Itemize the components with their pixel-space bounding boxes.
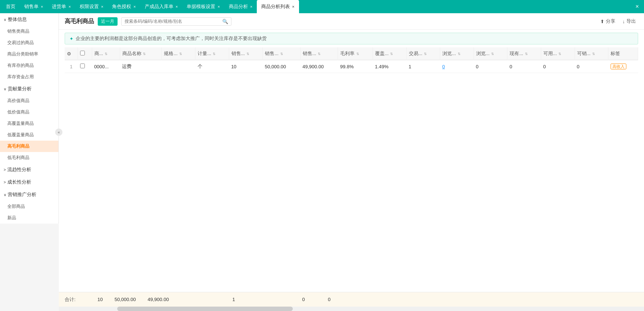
export-label: 导出 [626,18,636,25]
footer-label: 合计: [65,296,76,303]
cell-num: 1 [65,60,78,73]
footer-scrollbar[interactable] [59,307,644,311]
sidebar-section-label: 营销推广分析 [8,191,36,198]
col-header-tradeCount[interactable]: 交易... ⇅ [406,47,440,60]
main-layout: ∨整体信息销售类商品交易过的商品商品分类助销率有库存的商品库存资金占用∨贡献量分… [0,13,644,311]
col-header-saleStock[interactable]: 可销... ⇅ [575,47,608,60]
sort-icon-browse2: ⇅ [490,52,494,56]
sidebar-item-高毛利商品[interactable]: 高毛利商品 [0,141,58,152]
nav-close-icon[interactable]: × [217,4,220,9]
sidebar-wrapper: ∨整体信息销售类商品交易过的商品商品分类助销率有库存的商品库存资金占用∨贡献量分… [0,13,59,311]
sort-icon-grossRate: ⇅ [355,52,359,56]
sidebar-item-交易过的商品[interactable]: 交易过的商品 [0,37,58,48]
sort-icon-name: ⇅ [142,52,146,56]
page-title: 高毛利商品 [65,18,94,25]
cell-salesQty: 10 [229,60,263,73]
col-header-salesCost[interactable]: 销售... ⇅ [300,47,338,60]
col-header-unit[interactable]: 计量... ⇅ [195,47,229,60]
select-all-checkbox[interactable] [80,51,85,55]
nav-item-首页[interactable]: 首页 [1,0,20,13]
export-icon: ↓ [623,19,625,24]
nav-item-进货单[interactable]: 进货单× [47,0,75,13]
nav-item-产成品入库单[interactable]: 产成品入库单× [140,0,182,13]
browse-link[interactable]: 0 [442,64,445,69]
table-container[interactable]: ⚙商... ⇅商品名称 ⇅规格... ⇅计量... ⇅销售... ⇅销售... … [59,47,644,292]
sidebar-item-低毛利商品[interactable]: 低毛利商品 [0,152,58,163]
col-header-code[interactable]: 商... ⇅ [92,47,120,60]
cell-salesAmount: 50,000.00 [263,60,301,73]
cell-spec [162,60,195,73]
col-header-browse1[interactable]: 浏览... ⇅ [440,47,474,60]
sidebar-item-高价值商品[interactable]: 高价值商品 [0,95,58,106]
col-header-salesQty[interactable]: 销售... ⇅ [229,47,263,60]
col-header-currentStock[interactable]: 现有... ⇅ [507,47,541,60]
close-all-button[interactable]: × [632,3,643,10]
top-navigation: 首页销售单×进货单×权限设置×角色授权×产成品入库单×单据模板设置×商品分析×商… [0,0,644,13]
sidebar-collapse-button[interactable]: « [55,129,62,136]
content-header: 高毛利商品 近一月 🔍 ⬆ 分享 ↓ 导出 [59,13,644,30]
col-header-salesAmount[interactable]: 销售... ⇅ [263,47,301,60]
export-button[interactable]: ↓ 导出 [620,17,638,26]
sidebar-item-有库存的商品[interactable]: 有库存的商品 [0,60,58,71]
sidebar-item-销售类商品[interactable]: 销售类商品 [0,26,58,37]
col-header-availStock[interactable]: 可用... ⇅ [541,47,575,60]
sidebar-section-arrow: ∨ [4,193,6,197]
nav-close-icon[interactable]: × [292,4,294,9]
nav-item-角色授权[interactable]: 角色授权× [108,0,140,13]
nav-item-销售单[interactable]: 销售单× [20,0,47,13]
nav-close-icon[interactable]: × [133,4,136,9]
sort-icon-unit: ⇅ [212,52,216,56]
col-header-browse2[interactable]: 浏览... ⇅ [474,47,507,60]
nav-close-icon[interactable]: × [176,4,178,9]
share-button[interactable]: ⬆ 分享 [598,17,618,26]
cell-unit: 个 [195,60,229,73]
nav-item-商品分析[interactable]: 商品分析× [224,0,257,13]
sidebar-item-高覆盖量商品[interactable]: 高覆盖量商品 [0,118,58,129]
cell-currentStock: 0 [507,60,541,73]
filter-recent-month-button[interactable]: 近一月 [98,17,118,26]
nav-item-权限设置[interactable]: 权限设置× [75,0,108,13]
col-header-checkbox [78,47,92,60]
cell-availStock: 0 [541,60,575,73]
sidebar-section-营销推广分析[interactable]: ∨营销推广分析 [0,188,58,201]
sidebar-section-贡献量分析[interactable]: ∨贡献量分析 [0,83,58,95]
sidebar-section-label: 成长性分析 [7,179,31,185]
nav-item-单据模板设置[interactable]: 单据模板设置× [182,0,224,13]
search-icon[interactable]: 🔍 [222,19,228,24]
sort-icon-tradeCount: ⇅ [423,52,427,56]
nav-close-icon[interactable]: × [101,4,103,9]
col-header-grossRate[interactable]: 毛利率 ⇅ [338,47,373,60]
footer-cell: 10 [83,297,105,302]
col-header-coverage[interactable]: 覆盖... ⇅ [373,47,407,60]
sidebar-section-label: 整体信息 [8,16,27,23]
sort-icon-availStock: ⇅ [558,52,562,56]
nav-close-icon[interactable]: × [68,4,71,9]
search-input[interactable] [125,19,222,24]
nav-item-商品分析列表[interactable]: 商品分析列表× [257,0,299,13]
col-header-spec[interactable]: 规格... ⇅ [162,47,195,60]
sidebar-item-低价值商品[interactable]: 低价值商品 [0,106,58,118]
sidebar-item-库存资金占用[interactable]: 库存资金占用 [0,71,58,83]
cell-coverage: 1.49% [373,60,407,73]
sidebar-section-流趋性分析[interactable]: >流趋性分析 [0,163,58,176]
share-icon: ⬆ [600,19,604,24]
footer-cell [193,297,215,302]
sidebar-item-新品[interactable]: 新品 [0,212,58,224]
table-row: 10000...运费个1050,000.0049,900.0099.8%1.49… [65,60,638,73]
nav-close-icon[interactable]: × [250,4,252,9]
col-header-tag: 标签 [608,47,638,60]
sidebar-item-商品分类助销率[interactable]: 商品分类助销率 [0,48,58,60]
sidebar-section-整体信息[interactable]: ∨整体信息 [0,13,58,26]
row-checkbox[interactable] [80,64,85,68]
footer-cell [237,297,259,302]
sidebar-item-低覆盖量商品[interactable]: 低覆盖量商品 [0,129,58,141]
nav-close-icon[interactable]: × [41,4,43,9]
sidebar-item-全部商品[interactable]: 全部商品 [0,201,58,212]
sort-icon-spec: ⇅ [178,52,182,56]
footer-cell: 0 [307,297,333,302]
col-header-name[interactable]: 商品名称 ⇅ [120,47,162,60]
info-banner-text: 企业的主要的利润都是这部分商品创造的，可考虑加大推广，同时关注库存是不要出现缺货 [76,35,267,42]
sidebar-section-成长性分析[interactable]: >成长性分析 [0,176,58,188]
sidebar-section-arrow: > [4,168,6,172]
sort-icon-salesQty: ⇅ [245,52,249,56]
